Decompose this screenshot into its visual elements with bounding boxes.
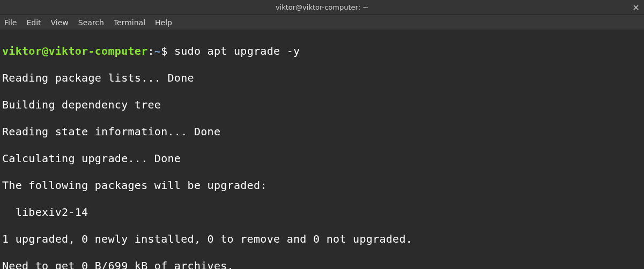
prompt-dollar: $: [161, 45, 174, 57]
window-close-button[interactable]: [632, 4, 640, 11]
prompt-line: viktor@viktor-computer:~$ sudo apt upgra…: [2, 45, 642, 58]
output-line: The following packages will be upgraded:: [2, 179, 642, 192]
output-line: Building dependency tree: [2, 98, 642, 112]
prompt-colon: :: [148, 45, 154, 57]
menu-search[interactable]: Search: [78, 18, 104, 27]
close-icon: [633, 5, 639, 10]
prompt-user-host: viktor@viktor-computer: [2, 45, 148, 57]
output-line: Calculating upgrade... Done: [2, 152, 642, 165]
output-line: Reading state information... Done: [2, 125, 642, 139]
menu-terminal[interactable]: Terminal: [114, 18, 145, 27]
menu-help[interactable]: Help: [155, 18, 172, 27]
terminal-viewport[interactable]: viktor@viktor-computer:~$ sudo apt upgra…: [0, 30, 644, 269]
command-text: sudo apt upgrade -y: [174, 45, 300, 57]
menu-file[interactable]: File: [4, 18, 17, 27]
menu-view[interactable]: View: [51, 18, 69, 27]
prompt-path: ~: [154, 45, 161, 57]
menubar: File Edit View Search Terminal Help: [0, 15, 644, 30]
menu-edit[interactable]: Edit: [26, 18, 41, 27]
output-line: Need to get 0 B/699 kB of archives.: [2, 259, 642, 269]
output-line: Reading package lists... Done: [2, 71, 642, 85]
output-line: 1 upgraded, 0 newly installed, 0 to remo…: [2, 232, 642, 246]
window-titlebar: viktor@viktor-computer: ~: [0, 0, 644, 15]
output-line: libexiv2-14: [2, 206, 642, 219]
window-title: viktor@viktor-computer: ~: [276, 3, 368, 11]
